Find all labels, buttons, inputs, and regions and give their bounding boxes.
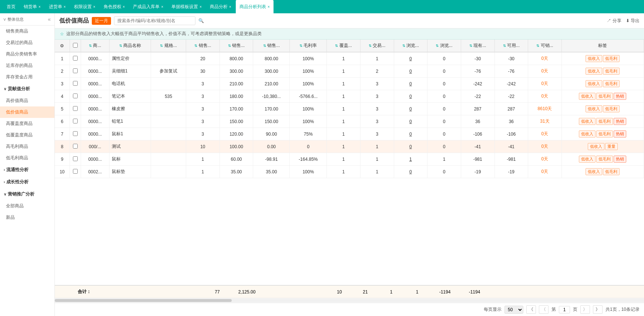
scrollbar-thumb[interactable] [55, 299, 232, 302]
last-page-button[interactable]: 》 [593, 305, 603, 314]
sidebar-item-near-stock[interactable]: 近库存的商品 [0, 60, 54, 71]
row-checkbox[interactable] [73, 131, 78, 136]
sidebar-item-traded-products[interactable]: 交易过的商品 [0, 37, 54, 48]
cell-checkbox[interactable] [70, 115, 81, 128]
nav-home[interactable]: 首页 [3, 0, 19, 13]
sidebar-group-circulation[interactable]: ›流通性分析 [0, 164, 54, 176]
sidebar-item-sales-products[interactable]: 销售类商品 [0, 26, 54, 37]
view1-link[interactable]: 0 [409, 144, 412, 149]
sidebar-item-high-margin[interactable]: 高毛利商品 [0, 141, 54, 152]
sidebar-item-new-products[interactable]: 新品 [0, 212, 54, 223]
sidebar-item-category-sales-rate[interactable]: 商品分类销售率 [0, 48, 54, 60]
cell-checkbox[interactable] [70, 128, 81, 140]
cell-checkbox[interactable] [70, 90, 81, 103]
sidebar-group-contribution[interactable]: ∨贡献值分析 [0, 83, 54, 95]
nav-template-settings[interactable]: 单据模板设置 × [168, 0, 205, 13]
close-icon[interactable]: × [229, 5, 231, 9]
nav-product-analysis[interactable]: 商品分析 × [206, 0, 235, 13]
col-sale-amount[interactable]: ⇅ 销售... [253, 40, 290, 52]
col-view2[interactable]: ⇅ 浏览... [427, 40, 461, 52]
nav-role-auth[interactable]: 角色授权 × [100, 0, 129, 13]
horizontal-scrollbar[interactable] [55, 299, 644, 302]
select-all-checkbox[interactable] [73, 43, 78, 48]
nav-product-warehouse[interactable]: 产成品入库单 × [129, 0, 167, 13]
cell-checkbox[interactable] [70, 103, 81, 115]
cell-view1[interactable]: 0 [394, 115, 427, 128]
row-checkbox[interactable] [73, 169, 78, 174]
sidebar-item-low-value[interactable]: 低价值商品 [0, 106, 54, 118]
view1-link[interactable]: 0 [409, 132, 412, 137]
col-name[interactable]: ⇅ 商品名称 [109, 40, 151, 52]
share-button[interactable]: ↗ 分享 [607, 18, 621, 24]
view1-link[interactable]: 0 [409, 119, 412, 124]
close-icon[interactable]: × [161, 5, 163, 9]
sidebar-item-high-value[interactable]: 高价值商品 [0, 95, 54, 106]
view1-link[interactable]: 0 [409, 169, 412, 174]
cell-checkbox[interactable] [70, 166, 81, 178]
cell-view1[interactable]: 0 [394, 52, 427, 65]
sidebar-item-high-coverage[interactable]: 高覆盖度商品 [0, 118, 54, 129]
col-stock-current[interactable]: ⇅ 现有... [461, 40, 494, 52]
view1-link[interactable]: 1 [409, 157, 412, 162]
sidebar-item-all-products[interactable]: 全部商品 [0, 200, 54, 212]
cell-checkbox[interactable] [70, 65, 81, 78]
col-stock-available[interactable]: ⇅ 可用... [494, 40, 528, 52]
nav-product-analysis-list[interactable]: 商品分析列表 × [236, 0, 274, 13]
row-checkbox[interactable] [73, 106, 78, 111]
search-icon[interactable]: 🔍 [198, 18, 204, 23]
col-sale-price[interactable]: ⇅ 销售... [219, 40, 253, 52]
row-checkbox[interactable] [73, 156, 78, 161]
row-checkbox[interactable] [73, 68, 78, 73]
col-transaction[interactable]: ⇅ 交易... [360, 40, 394, 52]
sidebar-item-stock-capital[interactable]: 库存资金占用 [0, 71, 54, 83]
next-page-button[interactable]: 〉 [580, 305, 590, 314]
cell-view1[interactable]: 0 [394, 65, 427, 78]
col-stock-saleable[interactable]: ⇅ 可销... [528, 40, 562, 52]
close-icon[interactable]: × [64, 5, 66, 9]
export-button[interactable]: ⬇ 导出 [626, 18, 640, 24]
table-wrapper[interactable]: ⚙ ⇅ 商... ⇅ 商品名称 ⇅ 规格... ⇅ 销售... ⇅ 销售... … [55, 40, 644, 285]
search-input[interactable] [114, 16, 195, 25]
first-page-button[interactable]: 《 [526, 305, 536, 314]
close-icon[interactable]: × [93, 5, 95, 9]
view1-link[interactable]: 0 [409, 106, 412, 112]
row-checkbox[interactable] [73, 56, 78, 61]
date-filter-button[interactable]: 近一月 [92, 17, 111, 25]
col-sale-qty[interactable]: ⇅ 销售... [186, 40, 220, 52]
cell-view1[interactable]: 0 [394, 90, 427, 103]
close-icon[interactable]: × [199, 5, 202, 9]
sidebar-group-growth[interactable]: ›成长性分析 [0, 176, 54, 188]
col-spec[interactable]: ⇅ 规格... [151, 40, 186, 52]
row-checkbox[interactable] [73, 119, 78, 123]
nav-permission-settings[interactable]: 权限设置 × [70, 0, 99, 13]
prev-page-button[interactable]: 〈 [539, 305, 549, 314]
view1-link[interactable]: 0 [409, 69, 412, 74]
nav-sales-order[interactable]: 销货单 × [20, 0, 44, 13]
cell-view1[interactable]: 0 [394, 78, 427, 90]
view1-link[interactable]: 0 [409, 94, 412, 99]
cell-view1[interactable]: 1 [394, 153, 427, 166]
row-checkbox[interactable] [73, 144, 78, 149]
cell-view1[interactable]: 0 [394, 128, 427, 140]
sidebar-group-marketing[interactable]: ∨营销推广分析 [0, 188, 54, 200]
cell-checkbox[interactable] [70, 52, 81, 65]
row-checkbox[interactable] [73, 81, 78, 86]
sidebar-collapse-button[interactable]: « [47, 16, 51, 23]
sidebar-item-low-margin[interactable]: 低毛利商品 [0, 152, 54, 164]
cell-checkbox[interactable] [70, 78, 81, 90]
close-icon[interactable]: × [123, 5, 125, 9]
cell-view1[interactable]: 0 [394, 140, 427, 153]
col-view1[interactable]: ⇅ 浏览... [394, 40, 427, 52]
close-icon[interactable]: × [38, 5, 41, 9]
cell-checkbox[interactable] [70, 140, 81, 153]
view1-link[interactable]: 0 [409, 56, 412, 61]
cell-view1[interactable]: 0 [394, 166, 427, 178]
per-page-select[interactable]: 50 20 100 [504, 306, 523, 314]
cell-view1[interactable]: 0 [394, 103, 427, 115]
row-checkbox[interactable] [73, 94, 78, 98]
close-icon[interactable]: × [268, 5, 270, 9]
nav-purchase-order[interactable]: 进货单 × [45, 0, 70, 13]
col-coverage[interactable]: ⇅ 覆盖... [327, 40, 360, 52]
col-code[interactable]: ⇅ 商... [81, 40, 109, 52]
cell-checkbox[interactable] [70, 153, 81, 166]
